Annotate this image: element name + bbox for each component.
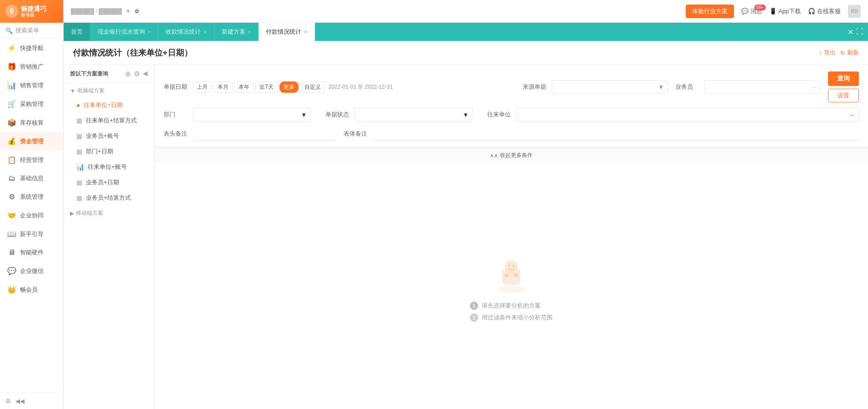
tab-home[interactable]: 首页 [64,23,90,41]
payment-tab-label: 付款情况统计 [266,28,301,36]
settings-gear-icon[interactable]: ⚙ [135,8,140,15]
settings-icon[interactable]: ⚙ [5,398,11,404]
date-btn-this-year[interactable]: 本年 [234,81,254,93]
top-header: ██████ / ██████ ▼ ⚙ 体验行业方案 💬 消息 99+ 📱 Ap… [64,0,868,23]
dropdown-icon[interactable]: ▼ [125,8,131,15]
quick-nav-icon: ⚡ [7,44,16,52]
app-download-btn[interactable]: 📱 App下载 [769,7,801,15]
sidebar-item-basic[interactable]: 🗂 基础信息 [0,169,63,187]
export-icon: ↑ [819,50,823,56]
empty-tip-2: 2 用过滤条件来缩小分析范围 [470,313,553,322]
date-btn-custom[interactable]: 自定义 [300,81,325,93]
message-btn[interactable]: 💬 消息 99+ [741,7,762,15]
setting-button[interactable]: 设置 [828,89,859,102]
plan-unit-account[interactable]: 📊 往来单位+账号 [64,159,154,175]
collapse-more-btn[interactable]: ∧∧ 收起更多条件 [155,147,868,163]
svg-point-4 [505,260,518,273]
source-filter-label: 来源单据 [523,83,548,91]
date-range-text: 2022-01-01 至 2022-12-31 [329,83,393,91]
hardware-icon: 🖥 [7,248,16,257]
trial-button[interactable]: 体验行业方案 [686,5,734,18]
close-window-icon[interactable]: ✕ [848,28,853,36]
user-avatar[interactable]: Rit [848,5,861,18]
staff-date-label: 业务员+日期 [86,178,119,187]
svg-point-6 [513,265,514,267]
date-btn-more[interactable]: 更多 [279,81,299,93]
collapse-panel-icon[interactable]: ◀ [143,70,148,78]
page-title: 付款情况统计（往来单位+日期） [73,47,192,58]
search-menu[interactable]: 🔍 搜索菜单 [0,23,63,39]
basic-icon: 🗂 [7,174,16,182]
sidebar-item-label: 营销推广 [20,63,44,71]
plan-staff-account[interactable]: ▦ 业务员+账号 [64,128,154,144]
sidebar-item-hardware[interactable]: 🖥 智能硬件 [0,243,63,262]
sidebar-item-enterprise[interactable]: 🤝 企业协同 [0,206,63,225]
tab-payment[interactable]: 付款情况统计 × [259,23,314,41]
date-btn-7days[interactable]: 近7天 [255,81,278,93]
plan-staff-settle[interactable]: ▦ 业务员+结算方式 [64,190,154,206]
logo-sub: 标准版 [21,12,46,18]
plan-staff-date[interactable]: ▦ 业务员+日期 [64,175,154,190]
filter-row-1: 单据日期 上月 本月 本年 近7天 更多 自定义 2022-01-01 至 20… [164,71,859,102]
plan-unit-settle[interactable]: ▦ 往来单位+结算方式 [64,113,154,128]
logo-icon: 6 [5,5,18,18]
dept-select[interactable]: ▼ [193,108,311,121]
expand-window-icon[interactable]: ⛶ [856,28,863,36]
tab-new-plan[interactable]: 新建方案 × [215,23,259,41]
settings-plan-icon[interactable]: ⚙ [134,70,140,78]
query-button[interactable]: 查询 [828,71,859,86]
message-icon: 💬 [741,8,748,15]
sidebar-item-purchase[interactable]: 🛒 采购管理 [0,95,63,113]
collapse-label: 收起更多条件 [500,151,533,159]
sidebar-item-guide[interactable]: 📖 新手引导 [0,225,63,243]
sidebar-item-inventory[interactable]: 📦 库存核算 [0,113,63,132]
sidebar-footer: ⚙ ◀◀ [0,393,63,409]
date-btn-this-month[interactable]: 本月 [214,81,233,93]
collapse-icon[interactable]: ◀◀ [15,398,25,404]
receipt-tab-close[interactable]: × [204,29,206,35]
unit-account-label: 往来单位+账号 [88,163,127,171]
plan-dept-date[interactable]: ▦ 部门+日期 [64,144,154,159]
source-select[interactable]: ▼ [552,80,668,94]
sidebar-item-quick-nav[interactable]: ⚡ 快捷导航 [0,39,63,57]
staff-select[interactable]: ··· [704,80,821,94]
source-dropdown-icon: ▼ [658,84,664,91]
address-bar: ██████ / ██████ ▼ ⚙ [71,8,680,15]
bank-tab-close[interactable]: × [148,29,150,35]
partner-select[interactable]: ··· [516,108,859,121]
sidebar-item-finance[interactable]: 💰 资金管理 [0,132,63,151]
new-plan-tab-close[interactable]: × [248,29,251,35]
sidebar-logo: 6 畅捷通巧 标准版 [0,0,63,23]
desktop-section[interactable]: ▼ 电脑端方案 [64,83,154,97]
sidebar-item-sales[interactable]: 📊 销售管理 [0,76,63,95]
purchase-icon: 🛒 [7,100,16,108]
tab-receipt[interactable]: 收款情况统计 × [158,23,214,41]
sidebar-item-system[interactable]: ⚙ 系统管理 [0,187,63,206]
export-button[interactable]: ↑ 导出 [819,49,836,57]
service-btn[interactable]: 🎧 在线客服 [808,7,841,15]
sidebar-item-wechat[interactable]: 💬 企业微信 [0,262,63,280]
plan-unit-date[interactable]: ● 往来单位+日期 [64,97,154,113]
service-icon: 🎧 [808,8,815,15]
tab-bank[interactable]: 现金银行流水查询 × [90,23,158,41]
guide-icon: 📖 [7,230,16,238]
sidebar-item-marketing[interactable]: 🎁 营销推广 [0,57,63,76]
doc-status-select[interactable]: ▼ [354,108,473,121]
doc-status-dropdown-icon: ▼ [463,111,469,118]
filter-row-3: 表头备注 表体备注 [164,127,859,141]
sidebar-item-operations[interactable]: 📋 经营管理 [0,151,63,169]
unit-date-label: 往来单位+日期 [84,101,123,109]
mobile-section[interactable]: ▶ 移动端方案 [64,206,154,220]
sidebar-item-member[interactable]: 👑 畅会员 [0,280,63,299]
refresh-button[interactable]: ↻ 刷新 [840,49,859,57]
head-note-input[interactable] [193,127,336,141]
sidebar-item-label: 畅会员 [20,286,38,294]
body-note-label: 表体备注 [344,130,369,138]
marketing-icon: 🎁 [7,62,16,71]
receipt-tab-label: 收款情况统计 [165,28,201,36]
add-plan-icon[interactable]: ⊕ [125,70,131,78]
body-note-input[interactable] [373,127,859,141]
payment-tab-close[interactable]: × [304,29,307,35]
sales-icon: 📊 [7,81,16,90]
date-btn-last-month[interactable]: 上月 [193,81,212,93]
